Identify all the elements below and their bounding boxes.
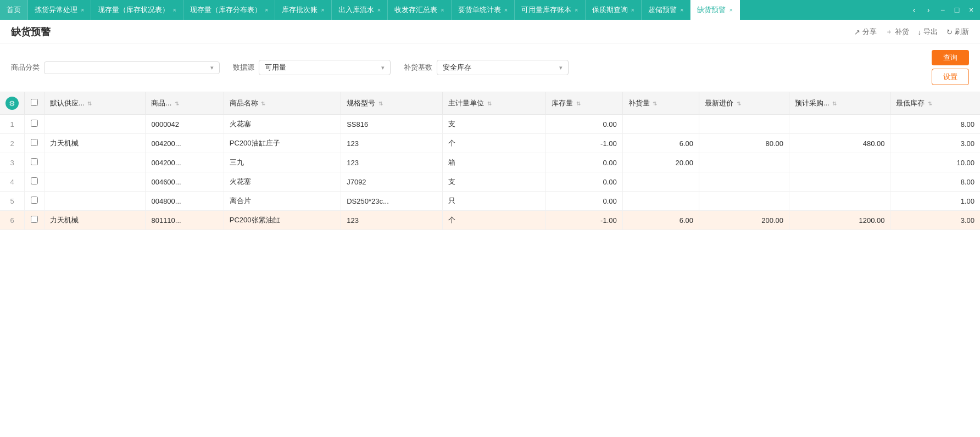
th-unit: 主计量单位 ⇅ xyxy=(442,92,546,115)
row-checkbox[interactable] xyxy=(31,177,38,184)
tab-close-icon[interactable]: × xyxy=(441,7,444,13)
th-stock-qty: 库存量 ⇅ xyxy=(546,92,622,115)
sort-price-icon[interactable]: ⇅ xyxy=(737,100,741,107)
refresh-icon: ↻ xyxy=(946,28,953,36)
tab-item-8[interactable]: 可用量库存账本× xyxy=(515,0,585,20)
row-est-purchase: 1200.00 xyxy=(789,211,890,230)
data-table: ⚙ 默认供应... ⇅ 商品... ⇅ 商品名称 ⇅ xyxy=(0,92,980,230)
row-checkbox[interactable] xyxy=(31,158,38,165)
row-checkbox[interactable] xyxy=(31,139,38,146)
tab-close-icon[interactable]: × xyxy=(377,7,381,13)
row-checkbox-cell xyxy=(25,153,44,172)
column-settings-icon[interactable]: ⚙ xyxy=(5,97,19,110)
tab-close-icon[interactable]: × xyxy=(680,7,683,13)
tab-item-10[interactable]: 超储预警× xyxy=(642,0,691,20)
row-checkbox[interactable] xyxy=(31,120,38,127)
tab-close-icon[interactable]: × xyxy=(81,7,84,13)
tab-item-11[interactable]: 缺货预警× xyxy=(691,0,739,20)
row-restock-qty xyxy=(622,172,699,192)
th-default-supplier: 默认供应... ⇅ xyxy=(44,92,146,115)
row-product-name: 离合片 xyxy=(224,192,341,211)
tab-item-7[interactable]: 要货单统计表× xyxy=(452,0,515,20)
row-supplier xyxy=(44,192,146,211)
row-checkbox[interactable] xyxy=(31,216,38,223)
row-latest-price: 200.00 xyxy=(699,211,789,230)
category-chevron-icon: ▾ xyxy=(210,64,214,71)
share-button[interactable]: ↗ 分享 xyxy=(854,27,877,37)
row-product-name: PC200油缸庄子 xyxy=(224,134,341,153)
query-button[interactable]: 查询 xyxy=(932,50,969,65)
restock-select[interactable]: 安全库存 ▾ xyxy=(437,60,569,75)
row-stock-qty: 0.00 xyxy=(546,192,622,211)
row-restock-qty: 6.00 xyxy=(622,134,699,153)
header-actions: ↗ 分享 ＋ 补货 ↓ 导出 ↻ 刷新 xyxy=(854,27,970,37)
tab-close-icon[interactable]: × xyxy=(265,7,268,13)
row-min-stock: 8.00 xyxy=(890,115,980,134)
tab-prev-button[interactable]: ‹ xyxy=(907,3,921,16)
row-checkbox[interactable] xyxy=(31,197,38,204)
tab-label: 缺货预警 xyxy=(697,5,726,15)
tab-close-icon[interactable]: × xyxy=(729,7,732,13)
tab-next-button[interactable]: › xyxy=(922,3,935,16)
sort-unit-icon[interactable]: ⇅ xyxy=(487,100,492,107)
tab-item-2[interactable]: 现存量（库存状况表）× xyxy=(91,0,183,20)
row-min-stock: 3.00 xyxy=(890,211,980,230)
row-est-purchase xyxy=(789,192,890,211)
export-icon: ↓ xyxy=(918,28,922,36)
row-unit: 箱 xyxy=(442,153,546,172)
row-unit: 支 xyxy=(442,172,546,192)
category-select[interactable]: ▾ xyxy=(44,61,220,74)
sort-spec-icon[interactable]: ⇅ xyxy=(378,100,383,107)
row-unit: 只 xyxy=(442,192,546,211)
row-min-stock: 10.00 xyxy=(890,153,980,172)
row-spec: DS250*23c... xyxy=(341,192,443,211)
tab-item-9[interactable]: 保质期查询× xyxy=(586,0,642,20)
category-filter-group: 商品分类 ▾ xyxy=(11,61,220,74)
row-latest-price xyxy=(699,153,789,172)
sort-min-icon[interactable]: ⇅ xyxy=(928,100,932,107)
tab-label: 库存批次账 xyxy=(282,5,318,15)
tab-close-icon[interactable]: × xyxy=(321,7,324,13)
row-supplier: 力天机械 xyxy=(44,211,146,230)
tab-item-1[interactable]: 拣货异常处理× xyxy=(28,0,91,20)
settings-button[interactable]: 设置 xyxy=(932,69,969,85)
tab-minimize-button[interactable]: − xyxy=(936,3,949,16)
sort-name-icon[interactable]: ⇅ xyxy=(261,100,265,107)
tab-close-button[interactable]: × xyxy=(965,3,978,16)
select-all-checkbox[interactable] xyxy=(31,99,38,106)
sort-est-icon[interactable]: ⇅ xyxy=(832,100,837,107)
tab-item-0[interactable]: 首页 xyxy=(0,0,28,20)
tab-close-icon[interactable]: × xyxy=(504,7,508,13)
datasource-select[interactable]: 可用量 ▾ xyxy=(259,60,391,75)
row-restock-qty: 6.00 xyxy=(622,211,699,230)
tab-maximize-button[interactable]: □ xyxy=(950,3,964,16)
datasource-select-value: 可用量 xyxy=(265,63,377,72)
row-stock-qty: 0.00 xyxy=(546,115,622,134)
restock-icon: ＋ xyxy=(886,27,893,37)
filter-actions: 查询 设置 xyxy=(932,50,969,85)
sort-restock-icon[interactable]: ⇅ xyxy=(653,100,657,107)
sort-code-icon[interactable]: ⇅ xyxy=(175,100,179,107)
row-product-code: 004200... xyxy=(146,134,224,153)
tab-close-icon[interactable]: × xyxy=(631,7,634,13)
tab-item-5[interactable]: 出入库流水× xyxy=(332,0,388,20)
tab-close-icon[interactable]: × xyxy=(575,7,578,13)
sort-stock-icon[interactable]: ⇅ xyxy=(576,100,581,107)
table-row: 6 力天机械 801110... PC200张紧油缸 123 个 -1.00 6… xyxy=(0,211,980,230)
export-button[interactable]: ↓ 导出 xyxy=(918,27,938,37)
tab-label: 出入库流水 xyxy=(338,5,374,15)
tab-item-3[interactable]: 现存量（库存分布表）× xyxy=(183,0,275,20)
row-spec: 123 xyxy=(341,134,443,153)
row-unit: 支 xyxy=(442,115,546,134)
restock-label: 补货基数 xyxy=(404,63,432,72)
tab-item-4[interactable]: 库存批次账× xyxy=(275,0,331,20)
table-row: 4 004600... 火花塞 J7092 支 0.00 8.00 xyxy=(0,172,980,192)
row-spec: 123 xyxy=(341,211,443,230)
tab-close-icon[interactable]: × xyxy=(172,7,176,13)
tab-label: 拣货异常处理 xyxy=(35,5,77,15)
refresh-button[interactable]: ↻ 刷新 xyxy=(946,27,969,37)
tab-item-6[interactable]: 收发存汇总表× xyxy=(388,0,451,20)
restock-button[interactable]: ＋ 补货 xyxy=(886,27,909,37)
th-latest-price: 最新进价 ⇅ xyxy=(699,92,789,115)
sort-supplier-icon[interactable]: ⇅ xyxy=(87,100,92,107)
